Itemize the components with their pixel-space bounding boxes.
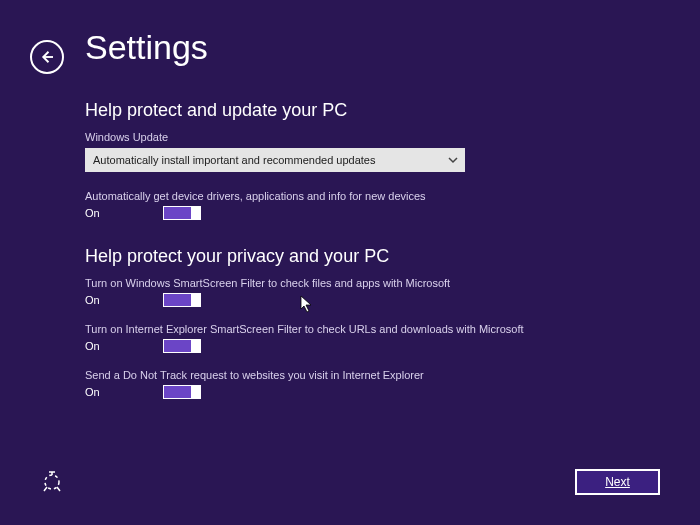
smartscreen-state: On (85, 294, 105, 306)
footer: Next (0, 469, 700, 495)
ie-smartscreen-toggle[interactable] (163, 339, 201, 353)
toggle-knob (191, 207, 200, 219)
page-title: Settings (85, 28, 208, 67)
device-drivers-state: On (85, 207, 105, 219)
windows-update-select[interactable]: Automatically install important and reco… (85, 148, 465, 172)
toggle-knob (191, 340, 200, 352)
settings-content: Help protect and update your PC Windows … (85, 100, 660, 415)
dnt-label: Send a Do Not Track request to websites … (85, 369, 660, 381)
windows-update-selected-value: Automatically install important and reco… (85, 148, 465, 172)
section-heading-privacy: Help protect your privacy and your PC (85, 246, 660, 267)
arrow-left-icon (38, 48, 56, 66)
next-button-label: Next (605, 475, 630, 489)
ie-smartscreen-label: Turn on Internet Explorer SmartScreen Fi… (85, 323, 660, 335)
ease-of-access-button[interactable] (40, 470, 64, 494)
device-drivers-toggle-row: On (85, 206, 660, 220)
ie-smartscreen-toggle-row: On (85, 339, 660, 353)
dnt-toggle-row: On (85, 385, 660, 399)
device-drivers-label: Automatically get device drivers, applic… (85, 190, 660, 202)
smartscreen-label: Turn on Windows SmartScreen Filter to ch… (85, 277, 660, 289)
dnt-toggle[interactable] (163, 385, 201, 399)
dnt-state: On (85, 386, 105, 398)
windows-update-label: Windows Update (85, 131, 660, 143)
back-button[interactable] (30, 40, 64, 74)
svg-point-1 (45, 475, 59, 489)
section-privacy: Help protect your privacy and your PC Tu… (85, 246, 660, 399)
ease-of-access-icon (40, 470, 64, 494)
device-drivers-toggle[interactable] (163, 206, 201, 220)
section-heading-update: Help protect and update your PC (85, 100, 660, 121)
smartscreen-toggle-row: On (85, 293, 660, 307)
section-protect-update: Help protect and update your PC Windows … (85, 100, 660, 220)
toggle-knob (191, 386, 200, 398)
ie-smartscreen-state: On (85, 340, 105, 352)
smartscreen-toggle[interactable] (163, 293, 201, 307)
next-button[interactable]: Next (575, 469, 660, 495)
toggle-knob (191, 294, 200, 306)
